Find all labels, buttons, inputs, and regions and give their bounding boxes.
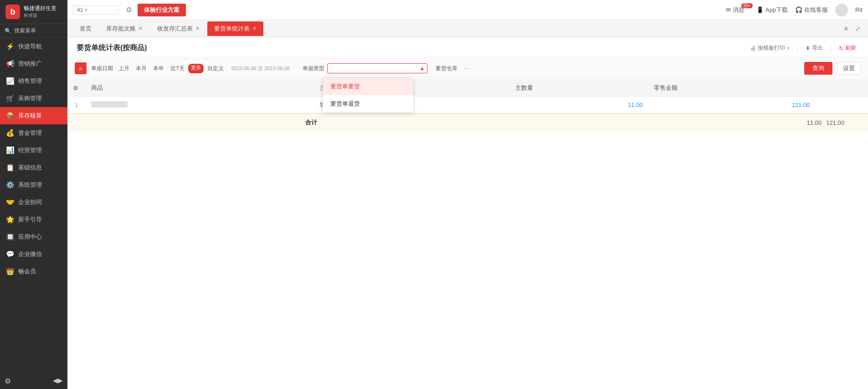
table-body: 1 块 11.00 121.00 xyxy=(67,97,868,113)
sidebar-item-vip[interactable]: 👑畅会员 xyxy=(0,263,67,280)
row-amount[interactable]: 121.00 xyxy=(648,97,816,113)
col-amount: 零售金额 xyxy=(648,80,816,97)
nav-label-inventory: 库存核算 xyxy=(18,112,42,120)
query-btn[interactable]: 查询 xyxy=(804,62,832,75)
sidebar-item-operations[interactable]: 📊经营管理 xyxy=(0,142,67,159)
messages-badge[interactable]: ✉ 消息 99+ xyxy=(726,6,749,14)
nav-icon-appstore: 🔲 xyxy=(5,233,15,241)
dropdown-item-requisition-return[interactable]: 要货单退货 xyxy=(323,95,413,113)
app-logo: b 畅捷通好生意 标准版 xyxy=(0,0,67,24)
content-area: 要货单统计表(按商品) 🖨 按模板打印 ▾ | ⬇ 导出 | ↻ 刷新 xyxy=(67,37,868,389)
messages-count: 99+ xyxy=(741,3,753,8)
sidebar-item-sales[interactable]: 📈销售管理 xyxy=(0,72,67,90)
export-btn[interactable]: ⬇ 导出 xyxy=(803,43,826,53)
last-7days-btn[interactable]: 近7天 xyxy=(168,64,187,73)
sidebar-item-inventory[interactable]: 📦库存核算 xyxy=(0,107,67,124)
footer-amount: 121.00 xyxy=(826,119,863,126)
refresh-btn[interactable]: ↻ 刷新 xyxy=(836,43,859,53)
nav-label-marketing: 营销推广 xyxy=(18,60,42,68)
nav-label-purchase: 采购管理 xyxy=(18,94,42,102)
sidebar-item-newbie[interactable]: 🌟新手引导 xyxy=(0,211,67,228)
nav-icon-marketing: 📢 xyxy=(5,60,15,68)
sidebar-search[interactable]: 🔍 搜索菜单 xyxy=(0,24,67,38)
user-avatar[interactable] xyxy=(835,4,848,16)
tab-close-requisition-stats[interactable]: ✕ xyxy=(252,26,257,31)
nav-label-newbie: 新手引导 xyxy=(18,215,42,224)
online-service-label: 在线客服 xyxy=(804,6,828,14)
nav-label-finance: 资金管理 xyxy=(18,129,42,137)
filter-expand-btn[interactable]: » xyxy=(75,62,87,74)
tab-close-inventory-batch[interactable]: ✕ xyxy=(139,26,143,31)
maximize-btn[interactable]: ⤢ xyxy=(853,24,863,33)
tab-inventory-batch[interactable]: 库存批次账✕ xyxy=(99,21,149,36)
col-quantity: 主数量 xyxy=(510,80,648,97)
tab-home[interactable]: 首页 xyxy=(73,21,98,36)
this-year-btn[interactable]: 本年 xyxy=(150,64,167,73)
last-month-btn[interactable]: 上月 xyxy=(116,64,132,73)
date-filter-group: 单据日期 上月 本月 本年 近7天 更多 自定义 2023-05-06 至 20… xyxy=(91,64,290,73)
sidebar-item-basics[interactable]: 📋基础信息 xyxy=(0,159,67,176)
tab-close-receivable-summary[interactable]: ✕ xyxy=(195,26,200,31)
collapse-icon[interactable]: ◀▶ xyxy=(53,377,63,385)
tab-label-home: 首页 xyxy=(80,25,92,33)
topbar-gear-icon[interactable]: ⚙ xyxy=(126,5,132,14)
nav-label-basics: 基础信息 xyxy=(18,164,42,172)
settings-icon[interactable]: ⚙ xyxy=(5,377,11,385)
print-btn[interactable]: 🖨 按模板打印 ▾ xyxy=(748,43,792,53)
nav-icon-operations: 📊 xyxy=(5,146,15,154)
data-table: ⚙ 商品 主计量单位 主数量 零售金额 1 块 11.00 121.00 xyxy=(67,80,868,113)
search-icon: 🔍 xyxy=(5,28,11,34)
row-extra xyxy=(815,97,868,113)
logo-icon: b xyxy=(5,5,20,19)
nav-icon-enterprise: 🤝 xyxy=(5,198,15,206)
tab-requisition-stats[interactable]: 要货单统计表✕ xyxy=(207,21,263,36)
this-month-btn[interactable]: 本月 xyxy=(133,64,149,73)
sidebar-item-marketing[interactable]: 📢营销推广 xyxy=(0,55,67,72)
topbar-right: ✉ 消息 99+ 📱 App下载 🎧 在线客服 Rit xyxy=(726,4,863,16)
table-settings-icon[interactable]: ⚙ xyxy=(73,85,78,92)
type-filter-input[interactable] xyxy=(327,63,427,73)
dropdown-item-requisition-order[interactable]: 要货单要货 xyxy=(323,78,413,95)
type-dropdown-arrow-icon[interactable]: ▲ xyxy=(419,65,425,72)
page-title: 要货单统计表(按商品) xyxy=(77,43,147,53)
sidebar-item-enterprise[interactable]: 🤝企业协同 xyxy=(0,194,67,211)
nav-icon-inventory: 📦 xyxy=(5,112,15,120)
type-dropdown-popup: 要货单要货要货单退货 xyxy=(323,77,414,113)
row-quantity[interactable]: 11.00 xyxy=(510,97,648,113)
dropdown-arrow-icon: ▾ xyxy=(85,7,87,12)
nav-icon-system: ⚙️ xyxy=(5,181,15,189)
trial-btn[interactable]: 体验行业方案 xyxy=(138,4,186,16)
sidebar-item-finance[interactable]: 💰资金管理 xyxy=(0,124,67,142)
nav-label-vip: 畅会员 xyxy=(18,267,36,276)
sidebar-item-system[interactable]: ⚙️系统管理 xyxy=(0,176,67,194)
online-service[interactable]: 🎧 在线客服 xyxy=(795,6,828,14)
sidebar-item-purchase[interactable]: 🛒采购管理 xyxy=(0,90,67,107)
nav-icon-quick-nav: ⚡ xyxy=(5,42,15,51)
custom-date-btn[interactable]: 自定义 xyxy=(205,64,226,73)
nav-icon-sales: 📈 xyxy=(5,77,15,85)
sidebar-item-quick-nav[interactable]: ⚡快捷导航 xyxy=(0,38,67,55)
store-dropdown[interactable]: 41 ▾ xyxy=(73,5,118,15)
close-window-btn[interactable]: ✕ xyxy=(842,24,851,33)
warehouse-dots-icon[interactable]: ··· xyxy=(464,64,470,72)
nav-icon-basics: 📋 xyxy=(5,164,15,172)
nav-icon-weixin: 💬 xyxy=(5,250,15,258)
nav-label-sales: 销售管理 xyxy=(18,77,42,85)
col-settings: ⚙ xyxy=(67,80,86,97)
tabs-bar: 首页库存批次账✕收发存汇总表✕要货单统计表✕✕⤢ xyxy=(67,20,868,37)
app-download[interactable]: 📱 App下载 xyxy=(756,6,788,14)
nav-icon-vip: 👑 xyxy=(5,267,15,276)
store-id: 41 xyxy=(77,7,83,13)
tab-receivable-summary[interactable]: 收发存汇总表✕ xyxy=(150,21,206,36)
phone-icon: 📱 xyxy=(756,6,764,13)
more-dates-btn[interactable]: 更多 xyxy=(188,64,204,73)
table-wrap: ⚙ 商品 主计量单位 主数量 零售金额 1 块 11.00 121.00 xyxy=(67,80,868,113)
filter-settings-btn[interactable]: 设置 xyxy=(837,62,861,75)
tab-label-inventory-batch: 库存批次账 xyxy=(106,25,136,33)
page-actions: 🖨 按模板打印 ▾ | ⬇ 导出 | ↻ 刷新 xyxy=(748,43,859,53)
sidebar-item-appstore[interactable]: 🔲应用中心 xyxy=(0,228,67,246)
tab-label-receivable-summary: 收发存汇总表 xyxy=(157,25,193,33)
sidebar-item-weixin[interactable]: 💬企业微信 xyxy=(0,246,67,263)
nav-icon-purchase: 🛒 xyxy=(5,94,15,102)
app-version: 标准版 xyxy=(24,12,56,19)
